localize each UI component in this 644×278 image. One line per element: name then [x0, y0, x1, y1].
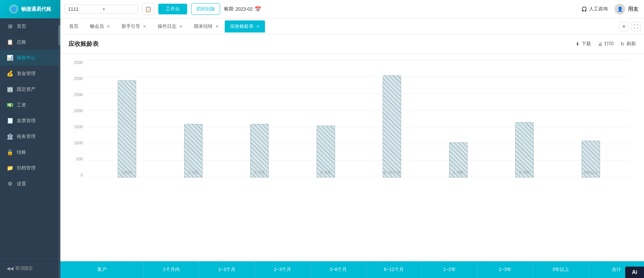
x-label-3plus-year: 3年以上	[582, 170, 600, 176]
logo-icon: 🌀	[9, 4, 18, 14]
th-1month: 1个月内	[144, 261, 199, 278]
y-label: 500	[76, 157, 83, 161]
sidebar-item-assets[interactable]: 🏢 固定资产	[0, 81, 60, 97]
sidebar-item-salary[interactable]: 💵 工资	[0, 97, 60, 113]
sidebar-item-reports[interactable]: 📊 报表中心	[0, 50, 60, 66]
tab-label: 期末结转	[194, 23, 213, 29]
download-icon: ⬇	[576, 41, 580, 47]
sidebar-item-home[interactable]: ⊞ 首页	[0, 18, 60, 34]
tab-member[interactable]: 畅会员 ✕	[85, 20, 115, 32]
sidebar-item-label: 归档管理	[17, 165, 36, 171]
sidebar-item-archive[interactable]: 📁 归档管理	[0, 160, 60, 176]
period-value: 2023-02	[235, 6, 253, 12]
x-label-2-3month: 2~3月	[250, 170, 269, 176]
y-label: 2000	[74, 109, 83, 113]
user-area[interactable]: 👤 用友	[614, 4, 639, 14]
y-label: 2500	[74, 60, 83, 65]
archive-icon: 📁	[7, 165, 13, 171]
cancel-fixed-label: 取消固定	[15, 265, 33, 271]
download-button[interactable]: ⬇ 下载	[576, 41, 591, 47]
x-label-1-2year: 1~2年	[449, 170, 468, 176]
print-button[interactable]: 🖨 打印	[598, 41, 614, 47]
tab-label: 新手引导	[121, 23, 140, 29]
assets-icon: 🏢	[7, 86, 13, 92]
tab-label: 操作日志	[158, 23, 176, 29]
salary-icon: 💵	[7, 102, 13, 108]
sidebar-item-close[interactable]: 🔒 结账	[0, 144, 60, 160]
company-selector[interactable]: 1111 ▾	[64, 5, 138, 13]
page-content: 应收账龄表 ⬇ 下载 🖨 打印 ↻ 刷新	[60, 34, 644, 278]
expand-tab-button[interactable]: ⛶	[631, 22, 641, 31]
tab-close-icon[interactable]: ✕	[107, 24, 110, 29]
logo: 🌀 畅捷通易代账	[0, 0, 60, 18]
headphone-icon: 🎧	[581, 6, 587, 12]
x-label-3-6month: 3~6月	[317, 170, 335, 176]
content-area: 首页 畅会员 ✕ 新手引导 ✕ 操作日志 ✕ 期末结转 ✕ 应收账龄表 ✕	[60, 18, 644, 278]
consult-button[interactable]: 🎧 人工咨询	[581, 6, 608, 12]
tab-guide[interactable]: 新手引导 ✕	[116, 20, 152, 32]
tab-oplog[interactable]: 操作日志 ✕	[152, 20, 188, 32]
th-1-2year: 1~2年	[422, 261, 478, 278]
bar-group-1month	[118, 80, 136, 178]
x-labels: 1月内 1~2月 2~3月 3~6月 6~12个月 1~2年 2~3年 3年以上	[87, 167, 631, 178]
sidebar-item-label: 总账	[17, 39, 26, 45]
y-axis: 2500 2500 2500 2000 1500 1000 500 0	[70, 60, 86, 178]
sidebar-item-tax[interactable]: 🏦 税务管理	[0, 129, 60, 144]
tab-aging[interactable]: 应收账龄表 ✕	[225, 20, 265, 32]
sidebar-item-funds[interactable]: 💰 资金管理	[0, 66, 60, 81]
ai-label: Ai	[632, 269, 637, 275]
tab-label: 应收账龄表	[230, 23, 254, 29]
sidebar-item-label: 税务管理	[17, 134, 36, 140]
y-label: 2500	[74, 92, 83, 97]
calendar-icon[interactable]: 📅	[255, 6, 261, 12]
x-label-1-2month: 1~2月	[184, 170, 203, 176]
tabs-right-controls: ✕ ⛶	[619, 22, 641, 31]
workbench-button[interactable]: 工作台	[158, 4, 187, 14]
close-tab-button[interactable]: ✕	[619, 22, 629, 31]
tabs-bar: 首页 畅会员 ✕ 新手引导 ✕ 操作日志 ✕ 期末结转 ✕ 应收账龄表 ✕	[60, 18, 644, 34]
y-label: 1000	[74, 141, 83, 145]
archive-icon-button[interactable]: 📋	[142, 3, 154, 15]
tab-label: 首页	[69, 23, 78, 29]
th-1-2month: 1~2个月	[199, 261, 255, 278]
tab-close-icon[interactable]: ✕	[256, 24, 260, 29]
reports-icon: 📊	[7, 55, 13, 61]
bar-group-6-12month	[383, 75, 401, 178]
sidebar-item-ledger[interactable]: 📋 总账	[0, 34, 60, 50]
tab-close-icon[interactable]: ✕	[143, 24, 146, 29]
th-3plus-year: 3年以上	[533, 261, 589, 278]
app-header: 🌀 畅捷通易代账 1111 ▾ 📋 工作台 切到旧版 账期 2023-02 📅 …	[0, 0, 644, 18]
invoice-icon: 🧾	[7, 118, 13, 124]
bars-area	[87, 60, 631, 178]
tab-close-icon[interactable]: ✕	[215, 24, 219, 29]
switch-version-button[interactable]: 切到旧版	[191, 3, 220, 15]
sidebar-scroll-thumb	[58, 25, 60, 45]
chart-inner: 1月内 1~2月 2~3月 3~6月 6~12个月 1~2年 2~3年 3年以上	[87, 60, 631, 178]
chart-section: 2500 2500 2500 2000 1500 1000 500 0	[60, 54, 644, 261]
sidebar-item-settings[interactable]: ⚙ 设置	[0, 176, 60, 192]
ai-badge[interactable]: Ai	[625, 267, 644, 278]
page-title: 应收账龄表	[68, 40, 99, 48]
cancel-fixed-button[interactable]: ◀◀ 取消固定	[0, 262, 60, 275]
home-icon: ⊞	[7, 23, 13, 29]
settings-icon: ⚙	[7, 181, 13, 187]
tab-close-icon[interactable]: ✕	[179, 24, 182, 29]
refresh-button[interactable]: ↻ 刷新	[621, 41, 636, 47]
page-header: 应收账龄表 ⬇ 下载 🖨 打印 ↻ 刷新	[60, 34, 644, 54]
th-2-3year: 2~3年	[477, 261, 533, 278]
x-label-2-3year: 2~3年	[515, 170, 534, 176]
tab-period-end[interactable]: 期末结转 ✕	[189, 20, 224, 32]
tab-home[interactable]: 首页	[64, 20, 84, 32]
sidebar-item-invoice[interactable]: 🧾 发票管理	[0, 113, 60, 129]
sidebar: ⊞ 首页 📋 总账 📊 报表中心 💰 资金管理 🏢 固定资产 💵 工资 🧾 发票…	[0, 18, 60, 278]
refresh-label: 刷新	[627, 41, 636, 47]
page-actions: ⬇ 下载 🖨 打印 ↻ 刷新	[576, 41, 636, 47]
period-label: 账期	[224, 6, 233, 12]
company-name: 1111	[68, 6, 100, 12]
ledger-icon: 📋	[7, 39, 13, 45]
sidebar-item-label: 首页	[17, 23, 26, 29]
sidebar-item-label: 结账	[17, 149, 26, 155]
download-label: 下载	[582, 41, 591, 47]
period-area: 账期 2023-02 📅	[224, 6, 261, 12]
user-name: 用友	[628, 6, 639, 13]
